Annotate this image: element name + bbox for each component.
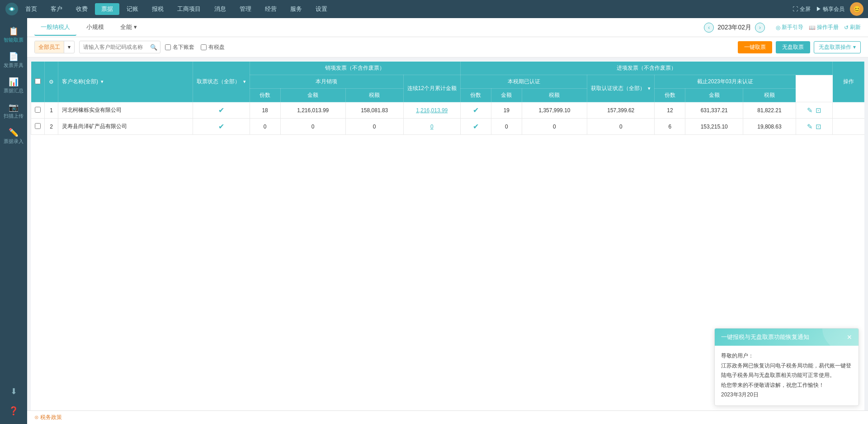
refresh-btn[interactable]: ↺ 刷新 (844, 24, 861, 31)
sidebar-item-entry[interactable]: ✏️ 票据录入 (0, 124, 27, 149)
checkbox-own-accounts-input[interactable] (165, 44, 171, 50)
vip-btn[interactable]: ▶ 畅享会员 (816, 5, 844, 13)
row-purchase-tax: 0 (587, 119, 655, 135)
sidebar: 📋 智能取票 📄 发票开具 📊 票据汇总 📷 扫描上传 ✏️ 票据录入 ⬇ ❓ (0, 18, 27, 424)
th-uncert-amount: 金额 (685, 89, 743, 102)
row-sales-amount: 1,216,013.99 (280, 102, 345, 119)
select-all-checkbox[interactable] (35, 78, 41, 84)
employee-select-value: ▾ (64, 44, 74, 50)
th-sales-amount: 金额 (280, 89, 345, 102)
dropdown-icon: ▾ (853, 44, 856, 50)
th-customer: 客户名称(全部) ▾ (58, 62, 193, 102)
row-uncert-amount: 631,337.21 (685, 102, 743, 119)
fullscreen-btn[interactable]: ⛶ 全屏 (793, 5, 810, 13)
row-cumulative[interactable]: 0 (403, 119, 460, 135)
th-group-sales: 销项发票（不含作废票） (250, 62, 460, 75)
view-icon[interactable]: ⊡ (816, 123, 821, 131)
row-index: 1 (45, 102, 58, 119)
manual-btn[interactable]: 📖 操作手册 (809, 24, 839, 31)
sidebar-item-smart-ticket[interactable]: 📋 智能取票 (0, 23, 27, 48)
one-click-ticket-btn[interactable]: 一键取票 (738, 41, 772, 53)
edit-icon[interactable]: ✎ (807, 106, 813, 114)
tab-general-taxpayer[interactable]: 一般纳税人 (34, 19, 76, 36)
th-cumulative: 连续12个月累计金额 (403, 75, 460, 102)
nav-customer[interactable]: 客户 (44, 3, 69, 15)
th-cert-tax: 税额 (522, 89, 587, 102)
month-display: 2023年02月 (717, 24, 751, 32)
row-uncert-count: 6 (655, 119, 685, 135)
search-input[interactable] (79, 41, 160, 53)
toolbar-actions: 一键取票 无盘取票 无盘取票操作 ▾ (738, 41, 861, 53)
sidebar-bottom-help[interactable]: ❓ (6, 402, 21, 419)
tab-all-dropdown-icon: ▾ (134, 24, 137, 30)
checkbox-own-accounts[interactable]: 名下账套 (165, 43, 194, 51)
next-month-btn[interactable]: › (755, 23, 765, 33)
status-check-icon: ✔ (218, 106, 224, 114)
sidebar-label-scan: 扫描上传 (4, 113, 24, 119)
cert-status-filter-icon[interactable]: ▾ (648, 86, 651, 91)
nav-accounting[interactable]: 记账 (120, 3, 145, 15)
nav-message[interactable]: 消息 (208, 3, 232, 15)
row-sales-count: 0 (250, 119, 280, 135)
row-actions: ✎ ⊡ (796, 119, 832, 135)
tab-all[interactable]: 全能 ▾ (114, 19, 143, 36)
row-cert-status: ✔ (460, 102, 491, 119)
th-this-month-sales: 本月销项 (250, 75, 403, 89)
nav-invoice[interactable]: 票据 (95, 3, 119, 15)
th-until-march: 截止2023年03月未认证 (655, 75, 796, 89)
nav-management[interactable]: 管理 (233, 3, 258, 15)
sidebar-bottom-download[interactable]: ⬇ (8, 383, 19, 400)
month-navigator: ‹ 2023年02月 › (704, 23, 765, 33)
toolbar: 全部员工 ▾ 🔍 名下账套 有税盘 一键取票 无盘取票 无盘取票操作 ▾ (27, 37, 868, 57)
no-device-operations-btn[interactable]: 无盘取票操作 ▾ (814, 41, 861, 53)
sidebar-item-summary[interactable]: 📊 票据汇总 (0, 73, 27, 99)
row-customer: 河北柯橡栎实业有限公司 (58, 102, 193, 119)
row-cumulative[interactable]: 1,216,013.99 (403, 102, 460, 119)
sidebar-item-scan-upload[interactable]: 📷 扫描上传 (0, 99, 27, 124)
nav-service[interactable]: 服务 (284, 3, 308, 15)
row-checkbox[interactable] (31, 119, 45, 135)
user-avatar[interactable]: 😊 (850, 2, 863, 16)
th-checkbox (31, 62, 45, 102)
customer-filter-icon[interactable]: ▾ (101, 79, 104, 84)
checkbox-tax-device-input[interactable] (201, 44, 207, 50)
th-status: 取票状态（全部） ▾ (193, 62, 250, 102)
status-check-icon: ✔ (218, 123, 224, 130)
th-cert-amount: 金额 (491, 89, 522, 102)
th-cert-status: 获取认证状态（全部） ▾ (587, 75, 655, 102)
cert-check-icon: ✔ (473, 123, 479, 130)
tax-policy-link[interactable]: ⊙ 税务政策 (34, 414, 62, 421)
sidebar-item-invoice-open[interactable]: 📄 发票开具 (0, 48, 27, 73)
th-this-period-cert: 本税期已认证 (460, 75, 587, 89)
cert-check-icon: ✔ (473, 106, 479, 114)
sidebar-label-entry: 票据录入 (4, 138, 24, 145)
nav-home[interactable]: 首页 (19, 3, 43, 15)
invoice-open-icon: 📄 (9, 52, 19, 61)
entry-icon: ✏️ (9, 129, 19, 137)
nav-operation[interactable]: 经营 (259, 3, 283, 15)
scan-icon: 📷 (9, 103, 19, 111)
checkbox-tax-device[interactable]: 有税盘 (201, 43, 225, 51)
tab-small-scale[interactable]: 小规模 (80, 19, 110, 36)
view-icon[interactable]: ⊡ (816, 106, 821, 114)
nav-settings[interactable]: 设置 (309, 3, 334, 15)
row-uncert-count: 12 (655, 102, 685, 119)
sidebar-label-summary: 票据汇总 (4, 87, 24, 94)
employee-select[interactable]: 全部员工 ▾ (34, 41, 75, 53)
th-group-purchase: 进项发票（不含作废票） (460, 62, 832, 75)
nav-fee[interactable]: 收费 (70, 3, 94, 15)
status-filter-icon[interactable]: ▾ (243, 79, 246, 84)
row-purchase-amount: 1,357,999.10 (522, 102, 587, 119)
new-guide-btn[interactable]: ◎ 新手引导 (776, 24, 803, 31)
no-device-ticket-btn[interactable]: 无盘取票 (776, 41, 810, 53)
row-uncert-amount: 153,215.10 (685, 119, 743, 135)
prev-month-btn[interactable]: ‹ (704, 23, 714, 33)
sidebar-label-smart-ticket: 智能取票 (4, 37, 24, 43)
edit-icon[interactable]: ✎ (807, 123, 813, 131)
search-icon: 🔍 (150, 44, 157, 51)
row-status: ✔ (193, 102, 250, 119)
nav-tax[interactable]: 报税 (146, 3, 170, 15)
notification-close-btn[interactable]: ✕ (847, 333, 852, 341)
row-checkbox[interactable] (31, 102, 45, 119)
nav-business[interactable]: 工商项目 (171, 3, 207, 15)
